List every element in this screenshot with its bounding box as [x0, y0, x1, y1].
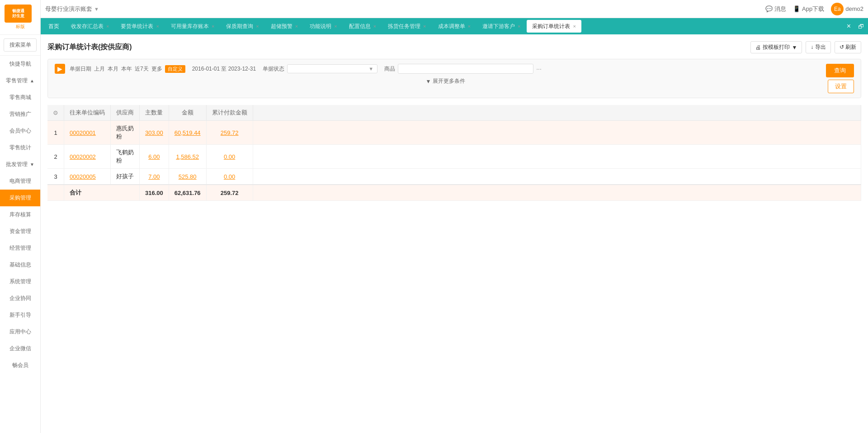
- sidebar-item-quick-nav[interactable]: 快捷导航: [0, 56, 40, 72]
- app-download-label: App下载: [802, 5, 824, 13]
- sidebar-item-label: 企业协同: [9, 295, 31, 302]
- qty-link[interactable]: 7.00: [148, 173, 160, 180]
- restore-window-button[interactable]: 🗗: [856, 23, 866, 30]
- sidebar-item-label: 系统管理: [9, 278, 31, 285]
- sidebar-item-retail-shop[interactable]: 零售商城: [0, 89, 40, 106]
- sidebar-item-label: 快捷导航: [9, 60, 31, 68]
- custom-date-tag[interactable]: 自定义: [165, 65, 185, 73]
- tab-available-stock[interactable]: 可用量库存账本 ×: [165, 20, 220, 33]
- row-extra: [253, 121, 861, 145]
- amount-link[interactable]: 60,519.44: [175, 129, 201, 136]
- sidebar-item-basic-info[interactable]: 基础信息: [0, 257, 40, 273]
- qty-link[interactable]: 6.00: [148, 153, 160, 160]
- tab-receive-summary[interactable]: 收发存汇总表 ×: [66, 20, 114, 33]
- shortcut-this-year[interactable]: 本年: [121, 65, 132, 73]
- shortcut-this-month[interactable]: 本月: [108, 65, 118, 73]
- shortcut-last-month[interactable]: 上月: [94, 65, 105, 73]
- close-icon[interactable]: ×: [468, 24, 471, 29]
- messages-button[interactable]: 💬 消息: [765, 5, 786, 13]
- tab-overstock-warning[interactable]: 超储预警 ×: [265, 20, 303, 33]
- close-icon[interactable]: ×: [156, 24, 159, 29]
- sidebar-item-inventory[interactable]: 库存核算: [0, 206, 40, 223]
- date-range-text: 2016-01-01 至 2023-12-31: [192, 65, 256, 73]
- tab-pick-task[interactable]: 拣货任务管理 ×: [382, 20, 431, 33]
- tab-label: 邀请下游客户: [482, 23, 515, 30]
- tab-cost-adjust[interactable]: 成本调整单 ×: [433, 20, 476, 33]
- close-tab-button[interactable]: ×: [845, 22, 853, 30]
- sidebar-item-new-guide[interactable]: 新手引导: [0, 307, 40, 324]
- sidebar-item-app-center[interactable]: 应用中心: [0, 324, 40, 340]
- sidebar-item-marketing[interactable]: 营销推广: [0, 106, 40, 123]
- shortcut-more[interactable]: 更多: [151, 65, 162, 73]
- code-link[interactable]: 00020001: [70, 129, 96, 136]
- topbar-left: 母婴行业演示账套 ▼: [45, 5, 99, 13]
- expand-filter-button[interactable]: ▼ 展开更多条件: [70, 77, 821, 85]
- sidebar-item-retail[interactable]: 零售管理 ▲: [0, 72, 40, 89]
- sidebar-item-sys-manage[interactable]: 系统管理: [0, 273, 40, 290]
- gear-icon[interactable]: ⚙: [53, 109, 58, 116]
- more-filter-icon[interactable]: ···: [536, 65, 542, 72]
- footer-paid: 259.72: [206, 185, 253, 201]
- paid-link[interactable]: 0.00: [224, 153, 235, 160]
- tab-label: 成本调整单: [438, 23, 465, 30]
- row-no: 1: [47, 121, 64, 145]
- sidebar-item-member[interactable]: 会员中心: [0, 123, 40, 139]
- tab-config-info[interactable]: 配置信息 ×: [344, 20, 382, 33]
- row-no: 2: [47, 145, 64, 169]
- tab-function-desc[interactable]: 功能说明 ×: [304, 20, 342, 33]
- row-amount: 1,586.52: [169, 145, 206, 169]
- close-icon[interactable]: ×: [212, 24, 214, 29]
- code-link[interactable]: 00020005: [70, 173, 96, 180]
- filter-collapse-button[interactable]: ▶: [55, 64, 65, 74]
- sidebar-item-retail-stats[interactable]: 零售统计: [0, 139, 40, 156]
- tab-expiry-query[interactable]: 保质期查询 ×: [221, 20, 264, 33]
- paid-link[interactable]: 259.72: [221, 129, 239, 136]
- close-icon[interactable]: ×: [334, 24, 337, 29]
- close-icon[interactable]: ×: [295, 24, 298, 29]
- status-select[interactable]: ▼: [287, 64, 377, 73]
- tab-label: 采购订单统计表: [532, 23, 570, 30]
- qty-link[interactable]: 303.00: [145, 129, 163, 136]
- sidebar-item-member2[interactable]: 畅会员: [0, 357, 40, 374]
- amount-link[interactable]: 525.80: [179, 173, 197, 180]
- tab-label: 保质期查询: [226, 23, 253, 30]
- close-icon[interactable]: ×: [106, 24, 109, 29]
- refresh-button[interactable]: ↺ 刷新: [835, 41, 861, 53]
- tab-home[interactable]: 首页: [43, 20, 65, 33]
- close-icon[interactable]: ×: [573, 24, 576, 29]
- sidebar-item-purchase[interactable]: 采购管理: [0, 190, 40, 206]
- export-button[interactable]: ↓ 导出: [806, 41, 830, 53]
- download-icon: 📱: [793, 5, 800, 12]
- page-title: 采购订单统计表(按供应商): [47, 43, 132, 52]
- sidebar-item-wholesale[interactable]: 批发管理 ▼: [0, 156, 40, 173]
- sidebar-item-enterprise[interactable]: 企业协同: [0, 290, 40, 307]
- close-icon[interactable]: ×: [423, 24, 426, 29]
- search-menu-button[interactable]: 搜索菜单: [4, 38, 37, 52]
- sidebar-item-finance[interactable]: 资金管理: [0, 223, 40, 240]
- setting-button[interactable]: 设置: [828, 80, 854, 93]
- close-icon[interactable]: ×: [518, 24, 520, 29]
- filter-row-1: 单据日期 上月 本月 本年 近7天 更多 自定义: [70, 64, 821, 74]
- shortcut-7-days[interactable]: 近7天: [135, 65, 149, 73]
- user-area[interactable]: Ea demo2: [831, 3, 863, 15]
- app-download-button[interactable]: 📱 App下载: [793, 5, 824, 13]
- amount-link[interactable]: 1,586.52: [176, 153, 199, 160]
- col-qty: 主数量: [140, 105, 169, 121]
- close-icon[interactable]: ×: [256, 24, 259, 29]
- code-link[interactable]: 00020002: [70, 153, 96, 160]
- sidebar-item-ecommerce[interactable]: 电商管理: [0, 173, 40, 190]
- topbar-right: 💬 消息 📱 App下载 Ea demo2: [765, 3, 863, 15]
- sidebar-item-operations[interactable]: 经营管理: [0, 240, 40, 257]
- tab-invite-customer[interactable]: 邀请下游客户 ×: [477, 20, 526, 33]
- row-amount: 525.80: [169, 169, 206, 185]
- goods-filter-label: 商品: [384, 65, 395, 73]
- tab-purchase-order-stats[interactable]: 采购订单统计表 ×: [527, 20, 581, 33]
- paid-link[interactable]: 0.00: [224, 173, 235, 180]
- goods-input[interactable]: [398, 64, 533, 74]
- close-icon[interactable]: ×: [373, 24, 376, 29]
- tab-purchase-stats[interactable]: 要货单统计表 ×: [115, 20, 164, 33]
- workspace-selector[interactable]: 母婴行业演示账套 ▼: [45, 5, 99, 13]
- sidebar-item-enterprise-wechat[interactable]: 企业微信: [0, 340, 40, 357]
- template-print-button[interactable]: 🖨 按模板打印 ▼: [750, 41, 802, 53]
- query-button[interactable]: 查询: [826, 64, 854, 77]
